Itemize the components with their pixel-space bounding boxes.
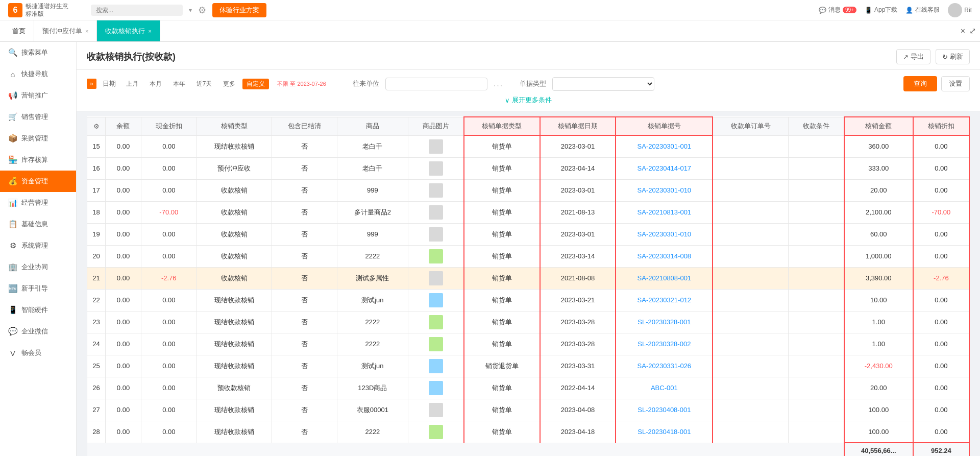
more-date-btn[interactable]: 更多	[219, 79, 239, 89]
filter-settings-button[interactable]: 设置	[941, 76, 970, 91]
table-container[interactable]: ⚙ 余额 现金折扣 核销类型 包含已结清 商品 商品图片 核销单据类型 核销单据…	[77, 111, 980, 456]
cell-verify-doc-type: 销货单	[464, 399, 540, 421]
cell-receipt-condition	[788, 377, 844, 399]
counterparty-input[interactable]	[385, 78, 487, 90]
sidebar-item-member[interactable]: V 畅会员	[0, 342, 76, 364]
verify-doc-link[interactable]: SA-20230301-010	[638, 186, 692, 194]
cell-include-settled: 否	[272, 245, 337, 267]
tab-verify-close[interactable]: ×	[148, 28, 151, 34]
receipt-type-select[interactable]	[552, 77, 654, 91]
sidebar-item-basic-info[interactable]: 📋 基础信息	[0, 213, 76, 235]
sidebar-item-wechat[interactable]: 💬 企业微信	[0, 321, 76, 342]
cell-verify-doc-no[interactable]: SA-20230414-017	[616, 157, 713, 179]
cell-verify-doc-no[interactable]: SA-20230331-026	[616, 355, 713, 377]
sidebar-item-enterprise[interactable]: 🏢 企业协同	[0, 256, 76, 278]
home-icon: ⌂	[8, 69, 17, 79]
verify-doc-link[interactable]: SA-20230314-008	[638, 252, 692, 260]
cell-verify-doc-no[interactable]: SA-20210808-001	[616, 267, 713, 289]
tab-close-btn[interactable]: ×	[961, 27, 965, 36]
cell-verify-doc-no[interactable]: SL-20230418-001	[616, 421, 713, 443]
sidebar-item-marketing[interactable]: 📢 营销推广	[0, 85, 76, 106]
cell-receipt-condition	[788, 223, 844, 245]
tab-verify[interactable]: 收款核销执行 ×	[97, 20, 160, 41]
cell-no: 27	[87, 399, 106, 421]
sidebar-item-hardware[interactable]: 📱 智能硬件	[0, 299, 76, 321]
global-search-input[interactable]	[91, 5, 183, 16]
th-verify-amount: 核销金额	[844, 117, 913, 135]
cell-cash-discount: 0.00	[141, 135, 197, 157]
cell-verify-doc-no[interactable]: SL-20230328-001	[616, 311, 713, 333]
cell-verify-doc-no[interactable]: SA-20230301-001	[616, 135, 713, 157]
sidebar-item-finance[interactable]: 💰 资金管理	[0, 171, 76, 192]
cell-no: 25	[87, 355, 106, 377]
tab-prepay[interactable]: 预付冲应付单 ×	[34, 20, 97, 41]
cell-verify-doc-no[interactable]: SA-20230314-008	[616, 245, 713, 267]
cell-verify-doc-no[interactable]: SA-20230321-012	[616, 289, 713, 311]
sidebar-item-sales[interactable]: 🛒 销售管理	[0, 106, 76, 128]
cell-verify-doc-no[interactable]: SA-20230301-010	[616, 223, 713, 245]
solution-button[interactable]: 休验行业方案	[212, 3, 266, 17]
cell-verify-doc-no[interactable]: SL-20230328-002	[616, 333, 713, 355]
sidebar-item-purchase[interactable]: 📦 采购管理	[0, 128, 76, 149]
online-service-action[interactable]: 👤 在线客服	[905, 6, 940, 14]
message-action[interactable]: 💬 消息 99+	[819, 6, 856, 14]
service-icon: 👤	[905, 7, 913, 14]
cell-no: 26	[87, 377, 106, 399]
verify-doc-link[interactable]: SA-20230414-017	[638, 164, 692, 172]
last-month-btn[interactable]: 上月	[122, 79, 142, 89]
sidebar-item-inventory[interactable]: 🏪 库存核算	[0, 149, 76, 171]
cell-no: 21	[87, 267, 106, 289]
phone-icon: 📱	[865, 7, 872, 14]
verify-doc-link[interactable]: SA-20230331-026	[638, 362, 692, 370]
settings-icon[interactable]: ⚙	[198, 5, 206, 16]
verify-doc-link[interactable]: SA-20210813-001	[638, 208, 692, 216]
verify-doc-link[interactable]: SL-20230328-001	[638, 318, 691, 326]
cell-product: 2222	[337, 333, 408, 355]
tab-expand-btn[interactable]: ⤢	[969, 26, 976, 36]
this-year-btn[interactable]: 本年	[169, 79, 189, 89]
cell-verify-doc-date: 2023-03-01	[540, 223, 616, 245]
refresh-button[interactable]: ↻ 刷新	[936, 49, 970, 64]
sidebar-item-search[interactable]: 🔍 搜索菜单	[0, 42, 76, 63]
app-download-action[interactable]: 📱 App下载	[865, 6, 897, 14]
export-button[interactable]: ↗ 导出	[896, 49, 930, 64]
cell-verify-doc-type: 销货单	[464, 289, 540, 311]
th-include-settled: 包含已结清	[272, 117, 337, 135]
filter-toggle-btn[interactable]: »	[87, 79, 96, 89]
this-month-btn[interactable]: 本月	[145, 79, 166, 89]
th-settings[interactable]: ⚙	[87, 117, 106, 135]
verify-doc-link[interactable]: SA-20230301-010	[638, 230, 692, 238]
cell-verify-doc-type: 销货退货单	[464, 355, 540, 377]
table-row: 15 0.00 0.00 现结收款核销 否 老白干 销货单 2023-03-01…	[87, 135, 970, 157]
verify-doc-link[interactable]: SA-20230321-012	[638, 296, 692, 304]
user-action[interactable]: Rit	[948, 3, 972, 17]
dropdown-arrow[interactable]: ▾	[189, 7, 192, 14]
cell-verify-doc-no[interactable]: SA-20210813-001	[616, 201, 713, 223]
cell-product: 999	[337, 223, 408, 245]
cell-verify-discount: 0.00	[913, 421, 969, 443]
cell-cash-discount: 0.00	[141, 245, 197, 267]
tab-prepay-close[interactable]: ×	[85, 28, 88, 34]
sidebar-item-system[interactable]: ⚙ 系统管理	[0, 235, 76, 256]
verify-doc-link[interactable]: ABC-001	[651, 384, 678, 392]
verify-doc-link[interactable]: SL-20230418-001	[638, 428, 691, 436]
verify-doc-link[interactable]: SL-20230328-002	[638, 340, 691, 348]
custom-date-btn[interactable]: 自定义	[242, 79, 269, 89]
cell-verify-doc-no[interactable]: SL-20230408-001	[616, 399, 713, 421]
search-icon: 🔍	[8, 48, 17, 57]
cell-verify-doc-no[interactable]: SA-20230301-010	[616, 179, 713, 201]
tab-home[interactable]: 首页	[4, 20, 34, 41]
verify-doc-link[interactable]: SA-20210808-001	[638, 274, 692, 282]
cell-verify-doc-no[interactable]: ABC-001	[616, 377, 713, 399]
expand-conditions-btn[interactable]: ∨ 展开更多条件	[505, 95, 552, 105]
verify-doc-link[interactable]: SL-20230408-001	[638, 406, 691, 414]
cell-verify-discount: 0.00	[913, 377, 969, 399]
verify-doc-link[interactable]: SA-20230301-001	[638, 142, 692, 150]
last-7-days-btn[interactable]: 近7天	[192, 79, 216, 89]
sidebar-item-operations[interactable]: 📊 经营管理	[0, 192, 76, 213]
query-button[interactable]: 查询	[903, 76, 937, 91]
cell-product-image	[408, 355, 463, 377]
sidebar-item-quick-nav[interactable]: ⌂ 快捷导航	[0, 63, 76, 85]
cell-cash-discount: 0.00	[141, 399, 197, 421]
sidebar-item-guide[interactable]: 🆕 新手引导	[0, 278, 76, 299]
